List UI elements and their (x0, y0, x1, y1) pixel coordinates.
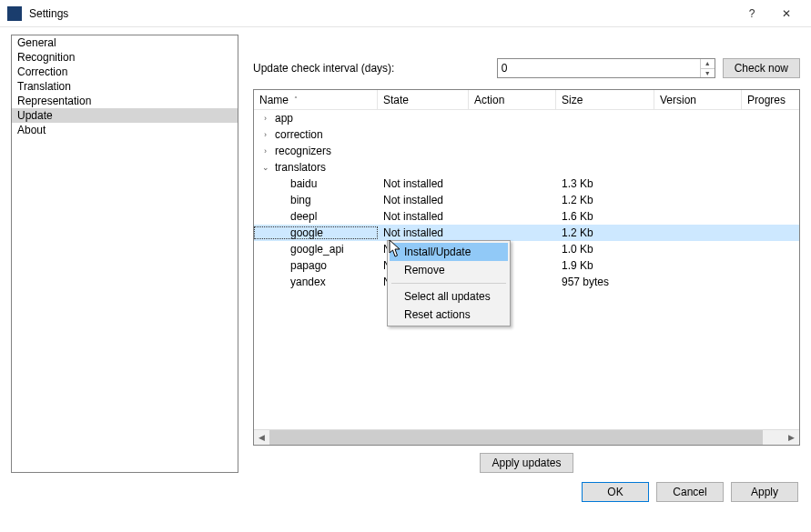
col-progress[interactable]: Progres (742, 90, 799, 109)
col-action[interactable]: Action (469, 90, 556, 109)
sidebar-item-general[interactable]: General (12, 35, 238, 50)
expand-icon[interactable]: › (261, 146, 269, 156)
tree-header: Name˄ State Action Size Version Progres (254, 90, 799, 110)
sidebar-item-translation[interactable]: Translation (12, 79, 238, 94)
window-title: Settings (29, 7, 735, 20)
close-button[interactable]: ✕ (769, 0, 804, 27)
menu-reset-actions[interactable]: Reset actions (390, 306, 508, 324)
sidebar[interactable]: General Recognition Correction Translati… (11, 35, 238, 473)
tree-body[interactable]: ›app ›correction ›recognizers ⌄translato… (254, 110, 799, 429)
interval-label: Update check interval (days): (253, 62, 394, 75)
expand-icon[interactable]: › (261, 114, 269, 123)
dialog-footer: OK Cancel Apply (0, 473, 811, 502)
context-menu: Install/Update Remove Select all updates… (387, 240, 511, 326)
horizontal-scrollbar[interactable]: ◀ ▶ (254, 429, 799, 445)
col-state[interactable]: State (378, 90, 469, 109)
check-now-button[interactable]: Check now (723, 58, 800, 78)
help-button[interactable]: ? (735, 0, 769, 27)
scroll-track[interactable] (269, 430, 784, 445)
scroll-right-icon[interactable]: ▶ (784, 430, 799, 446)
spin-down[interactable]: ▼ (701, 69, 715, 78)
col-version[interactable]: Version (654, 90, 742, 109)
ok-button[interactable]: OK (582, 482, 649, 502)
col-size[interactable]: Size (556, 90, 654, 109)
tree-group[interactable]: ⌄translators (254, 159, 799, 176)
tree-item[interactable]: deepl Not installed 1.6 Kb (254, 208, 799, 225)
collapse-icon[interactable]: ⌄ (261, 163, 269, 172)
apply-updates-button[interactable]: Apply updates (480, 453, 573, 473)
col-name[interactable]: Name˄ (254, 90, 378, 109)
scroll-left-icon[interactable]: ◀ (254, 430, 269, 446)
expand-icon[interactable]: › (261, 130, 269, 139)
content: General Recognition Correction Translati… (0, 27, 811, 473)
apply-button[interactable]: Apply (731, 482, 798, 502)
interval-row: Update check interval (days): ▲ ▼ Check … (253, 58, 800, 78)
sidebar-item-recognition[interactable]: Recognition (12, 50, 238, 65)
tree-item-selected[interactable]: google Not installed 1.2 Kb (254, 225, 799, 241)
tree-group[interactable]: ›recognizers (254, 143, 799, 159)
sidebar-item-update[interactable]: Update (12, 108, 238, 123)
menu-separator (391, 283, 506, 284)
tree-item[interactable]: google_api Not installed 1.0 Kb (254, 241, 799, 257)
interval-input[interactable] (498, 59, 700, 77)
cancel-button[interactable]: Cancel (656, 482, 724, 502)
tree-group[interactable]: ›app (254, 110, 799, 126)
menu-remove[interactable]: Remove (390, 261, 508, 279)
spin-up[interactable]: ▲ (701, 59, 715, 69)
main-panel: Update check interval (days): ▲ ▼ Check … (253, 35, 800, 473)
sidebar-item-correction[interactable]: Correction (12, 65, 238, 79)
apply-updates-row: Apply updates (253, 453, 800, 473)
scroll-thumb[interactable] (269, 430, 763, 445)
updates-tree: Name˄ State Action Size Version Progres … (253, 89, 800, 446)
tree-item[interactable]: bing Not installed 1.2 Kb (254, 192, 799, 208)
tree-item[interactable]: yandex Not installed 957 bytes (254, 274, 799, 290)
tree-item[interactable]: papago Not installed 1.9 Kb (254, 257, 799, 274)
titlebar: Settings ? ✕ (0, 0, 811, 27)
sidebar-item-about[interactable]: About (12, 123, 238, 137)
spin-buttons: ▲ ▼ (700, 59, 715, 77)
menu-install-update[interactable]: Install/Update (390, 243, 508, 261)
interval-spinbox[interactable]: ▲ ▼ (497, 58, 715, 78)
app-icon (7, 6, 22, 21)
tree-item[interactable]: baidu Not installed 1.3 Kb (254, 176, 799, 192)
tree-group[interactable]: ›correction (254, 126, 799, 143)
menu-select-all-updates[interactable]: Select all updates (390, 287, 508, 306)
sidebar-item-representation[interactable]: Representation (12, 94, 238, 108)
sort-indicator-icon: ˄ (294, 95, 298, 104)
